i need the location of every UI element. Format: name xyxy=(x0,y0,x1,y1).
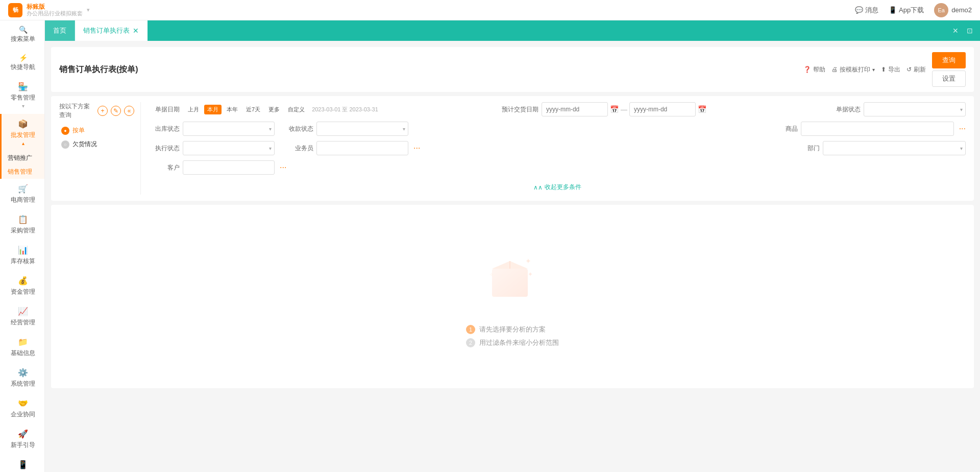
sidebar-item-purchase[interactable]: 📋 采购管理 xyxy=(0,209,44,240)
svg-text:✦: ✦ xyxy=(528,271,533,278)
btn-current-month[interactable]: 本月 xyxy=(204,105,222,114)
step-1-text: 请先选择要分析的方案 xyxy=(479,325,546,334)
customer-more-btn[interactable]: ··· xyxy=(280,163,286,172)
user-menu[interactable]: Ea demo2 xyxy=(934,3,972,17)
search-btn[interactable]: 查询 xyxy=(932,52,966,68)
sidebar: 🔍 搜索菜单 ⚡ 快捷导航 🏪 零售管理 ▾ 📦 批发管理 ▴ 营销推广 销售管… xyxy=(0,20,45,472)
message-btn[interactable]: 💬 消息 xyxy=(855,6,878,15)
sidebar-item-basic[interactable]: 📁 基础信息 xyxy=(0,332,44,363)
tab-restore-btn[interactable]: ⊡ xyxy=(964,25,976,37)
top-header: 畅 标账版 办公用品行业模拟账套 ▾ 💬 消息 📱 App下载 Ea demo2 xyxy=(0,0,980,20)
sidebar-sub-marketing[interactable]: 营销推广 xyxy=(2,151,44,165)
sidebar-item-wholesale[interactable]: 📦 批发管理 ▴ xyxy=(0,114,44,151)
field-exec-status: 执行状态 ▾ xyxy=(149,141,275,155)
help-btn[interactable]: ❓ 帮助 xyxy=(803,65,825,74)
sidebar-purchase-label: 采购管理 xyxy=(11,226,35,235)
app-subtitle: 办公用品行业模拟账套 xyxy=(27,10,83,17)
exec-status-select[interactable] xyxy=(183,141,275,155)
btn-custom-date[interactable]: 自定义 xyxy=(285,105,308,114)
export-btn[interactable]: ⬆ 导出 xyxy=(881,65,900,74)
filter-row-3: 执行状态 ▾ 业务员 xyxy=(149,141,966,155)
page-title: 销售订单执行表(按单) xyxy=(59,64,138,75)
filter-row-1: 单据日期 上月 本月 本年 近7天 更多 自定义 2023 xyxy=(149,102,966,116)
order-status-select[interactable] xyxy=(864,102,966,116)
order-status-control: ▾ xyxy=(864,102,966,116)
refresh-btn[interactable]: ↺ 刷新 xyxy=(906,65,926,74)
tab-sales-order-exec[interactable]: 销售订单执行表 ✕ xyxy=(75,20,148,41)
salesperson-more-btn[interactable]: ··· xyxy=(413,144,420,153)
expected-date-group: 📅 — 📅 xyxy=(542,102,706,116)
scheme-by-debt-label: 欠货情况 xyxy=(72,140,97,149)
collapse-filter-btn[interactable]: ∧∧ 收起更多条件 xyxy=(149,180,966,195)
template-print-btn[interactable]: 🖨 按模板打印 ▾ xyxy=(831,65,875,74)
sidebar-inventory-label: 库存核算 xyxy=(11,257,35,266)
step-2-text: 用过滤条件来缩小分析范围 xyxy=(479,338,559,347)
main-content-area: ✦ ✧ ✦ 1 请先选择要分析的方案 2 用过滤条件来缩小分析范围 xyxy=(51,205,974,388)
sidebar-item-system[interactable]: ⚙️ 系统管理 xyxy=(0,363,44,393)
tab-home[interactable]: 首页 xyxy=(45,20,75,41)
sidebar-wholesale-label: 批发管理 xyxy=(11,131,35,139)
sidebar-item-finance[interactable]: 💰 资金管理 xyxy=(0,271,44,301)
dept-control: ▾ xyxy=(823,141,966,155)
sidebar-item-retail[interactable]: 🏪 零售管理 ▾ xyxy=(0,77,44,114)
payment-control: ▾ xyxy=(316,122,408,136)
app-download-btn[interactable]: 📱 App下载 xyxy=(889,6,924,15)
operations-icon: 📈 xyxy=(18,306,28,316)
goods-input[interactable] xyxy=(801,122,954,136)
collapse-scheme-btn[interactable]: « xyxy=(124,106,134,116)
sidebar-item-ecommerce[interactable]: 🛒 电商管理 xyxy=(0,179,44,209)
payment-select[interactable] xyxy=(316,122,408,136)
tab-close-window-btn[interactable]: ✕ xyxy=(949,25,962,37)
sidebar-search[interactable]: 🔍 搜索菜单 xyxy=(0,20,44,49)
retail-icon: 🏪 xyxy=(18,82,28,91)
btn-last-month[interactable]: 上月 xyxy=(185,105,202,114)
sidebar-finance-label: 资金管理 xyxy=(11,288,35,296)
sidebar-item-newbie[interactable]: 🚀 新手引导 xyxy=(0,424,44,455)
print-icon: 🖨 xyxy=(831,66,838,73)
goods-more-btn[interactable]: ··· xyxy=(959,124,966,133)
sidebar-item-appcenter[interactable]: 📱 应用中心 xyxy=(0,455,44,472)
calendar-icon-1[interactable]: 📅 xyxy=(610,105,619,113)
scheme-by-order[interactable]: ● 按单 xyxy=(59,124,134,137)
sidebar-sub-sales[interactable]: 销售管理 xyxy=(2,165,44,179)
dept-select[interactable] xyxy=(823,141,966,155)
app-logo: 畅 xyxy=(8,3,22,17)
edit-scheme-btn[interactable]: ✎ xyxy=(111,106,121,116)
salesperson-input[interactable] xyxy=(316,141,408,155)
sidebar-item-inventory[interactable]: 📊 库存核算 xyxy=(0,240,44,271)
action-buttons: 查询 设置 xyxy=(932,52,966,87)
svg-text:✦: ✦ xyxy=(525,257,531,265)
retail-expand-icon: ▾ xyxy=(22,103,24,109)
add-scheme-btn[interactable]: + xyxy=(97,106,108,116)
customer-input[interactable] xyxy=(183,160,275,175)
btn-more-dates[interactable]: 更多 xyxy=(265,105,283,114)
sidebar-item-cooperation[interactable]: 🤝 企业协同 xyxy=(0,393,44,424)
btn-current-year[interactable]: 本年 xyxy=(224,105,241,114)
btn-last-7-days[interactable]: 近7天 xyxy=(243,105,263,114)
customer-label: 客户 xyxy=(149,163,180,172)
goods-label: 商品 xyxy=(767,125,798,133)
calendar-icon-2[interactable]: 📅 xyxy=(698,105,706,113)
sidebar-item-operations[interactable]: 📈 经营管理 xyxy=(0,301,44,332)
expected-date-start[interactable] xyxy=(542,102,608,116)
tab-close-btn[interactable]: ✕ xyxy=(133,27,139,35)
wholesale-expand-icon: ▴ xyxy=(22,140,24,146)
user-name: demo2 xyxy=(951,6,972,14)
svg-rect-0 xyxy=(492,269,528,297)
expected-date-end[interactable] xyxy=(629,102,696,116)
field-shipment: 出库状态 ▾ xyxy=(149,122,275,136)
date-range-display: 2023-03-01 至 2023-03-31 xyxy=(312,106,378,113)
help-icon: ❓ xyxy=(803,66,811,73)
app-dropdown-arrow[interactable]: ▾ xyxy=(87,7,90,13)
sidebar-quick-nav[interactable]: ⚡ 快捷导航 xyxy=(0,49,44,77)
exec-status-control: ▾ xyxy=(183,141,275,155)
filter-layout: 按以下方案查询 + ✎ « ● 按单 ○ xyxy=(59,102,966,195)
scheme-by-debt[interactable]: ○ 欠货情况 xyxy=(59,137,134,151)
wholesale-icon: 📦 xyxy=(18,119,28,129)
inventory-icon: 📊 xyxy=(18,245,28,255)
setting-btn[interactable]: 设置 xyxy=(932,70,966,87)
shipment-select[interactable] xyxy=(183,122,275,136)
collapse-arrow-icon: ∧∧ xyxy=(533,184,543,191)
export-icon: ⬆ xyxy=(881,66,886,73)
main-layout: 🔍 搜索菜单 ⚡ 快捷导航 🏪 零售管理 ▾ 📦 批发管理 ▴ 营销推广 销售管… xyxy=(0,20,980,472)
